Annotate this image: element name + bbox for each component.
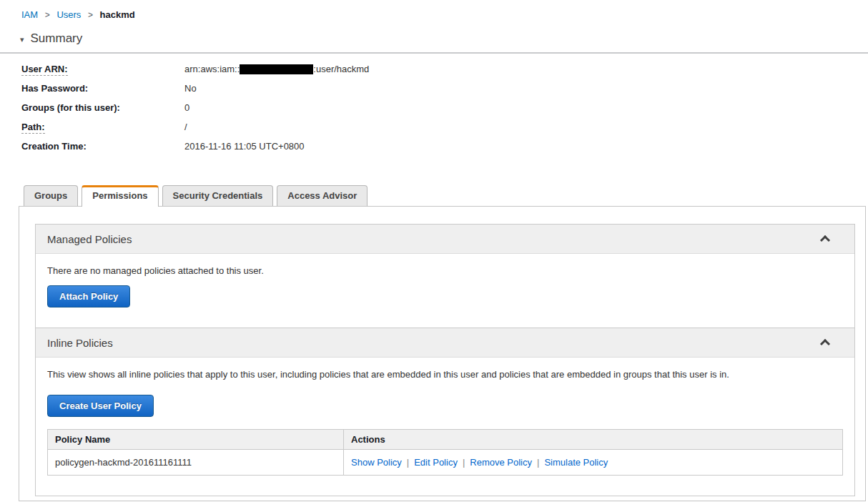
path-label: Path: — [21, 122, 45, 134]
summary-title: Summary — [31, 31, 83, 46]
breadcrumb-link-iam[interactable]: IAM — [21, 9, 38, 20]
tab-permissions[interactable]: Permissions — [82, 185, 158, 207]
policies-accordion: Managed Policies There are no managed po… — [35, 224, 855, 496]
managed-policies-empty-message: There are no managed policies attached t… — [47, 265, 843, 276]
breadcrumb-separator: > — [45, 10, 50, 20]
table-header-row: Policy Name Actions — [48, 430, 843, 450]
inline-policies-description: This view shows all inline policies that… — [47, 369, 843, 380]
summary-fields: User ARN: arn:aws:iam:::user/hackmd Has … — [21, 64, 868, 152]
table-row: policygen-hackmd-201611161111 Show Polic… — [48, 450, 843, 476]
inline-policies-title: Inline Policies — [47, 337, 113, 349]
field-row-path: Path: / — [21, 122, 868, 132]
has-password-label: Has Password: — [21, 83, 184, 94]
inline-policies-table: Policy Name Actions policygen-hackmd-201… — [47, 429, 843, 476]
breadcrumb-link-users[interactable]: Users — [56, 9, 81, 20]
managed-policies-header[interactable]: Managed Policies — [36, 225, 854, 254]
edit-policy-link[interactable]: Edit Policy — [414, 457, 458, 468]
creation-time-value: 2016-11-16 11:05 UTC+0800 — [184, 141, 305, 152]
field-row-groups: Groups (for this user): 0 — [21, 102, 868, 113]
column-header-actions: Actions — [344, 430, 843, 450]
remove-policy-link[interactable]: Remove Policy — [470, 457, 532, 468]
chevron-down-icon: ▾ — [20, 35, 24, 44]
inline-policies-header[interactable]: Inline Policies — [36, 328, 854, 358]
user-arn-prefix: arn:aws:iam:: — [184, 64, 240, 74]
column-header-policy-name: Policy Name — [48, 430, 344, 450]
inline-policies-body: This view shows all inline policies that… — [36, 358, 854, 496]
managed-policies-title: Managed Policies — [47, 233, 132, 245]
breadcrumb-current-user: hackmd — [100, 9, 135, 20]
has-password-value: No — [184, 83, 197, 94]
permissions-tab-panel: Managed Policies There are no managed po… — [19, 206, 866, 501]
policy-actions-cell: Show Policy|Edit Policy|Remove Policy|Si… — [344, 450, 843, 476]
user-arn-value: arn:aws:iam:::user/hackmd — [184, 64, 369, 74]
tab-groups[interactable]: Groups — [24, 185, 78, 206]
field-row-creation-time: Creation Time: 2016-11-16 11:05 UTC+0800 — [21, 141, 868, 152]
tab-access-advisor[interactable]: Access Advisor — [277, 185, 368, 206]
summary-toggle[interactable]: ▾ Summary — [20, 31, 82, 46]
summary-section-header: ▾ Summary — [0, 31, 868, 54]
user-arn-suffix: :user/hackmd — [313, 64, 369, 74]
chevron-up-icon[interactable] — [820, 235, 830, 245]
redacted-account-id — [240, 64, 313, 74]
tab-security-credentials[interactable]: Security Credentials — [162, 185, 274, 206]
path-value: / — [184, 122, 187, 132]
groups-label: Groups (for this user): — [21, 102, 184, 113]
tab-bar: Groups Permissions Security Credentials … — [24, 185, 868, 206]
action-separator: | — [407, 457, 409, 468]
breadcrumb: IAM > Users > hackmd — [0, 0, 868, 20]
creation-time-label: Creation Time: — [21, 141, 184, 152]
attach-policy-button[interactable]: Attach Policy — [47, 285, 130, 307]
user-arn-label: User ARN: — [21, 64, 68, 76]
show-policy-link[interactable]: Show Policy — [351, 457, 402, 468]
groups-value: 0 — [184, 102, 189, 113]
create-user-policy-button[interactable]: Create User Policy — [47, 395, 154, 417]
policy-name-cell: policygen-hackmd-201611161111 — [48, 450, 344, 476]
action-separator: | — [537, 457, 539, 468]
managed-policies-body: There are no managed policies attached t… — [36, 254, 854, 328]
chevron-up-icon[interactable] — [820, 339, 830, 349]
simulate-policy-link[interactable]: Simulate Policy — [544, 457, 608, 468]
breadcrumb-separator: > — [88, 10, 93, 20]
field-row-user-arn: User ARN: arn:aws:iam:::user/hackmd — [21, 64, 868, 74]
field-row-has-password: Has Password: No — [21, 83, 868, 94]
action-separator: | — [463, 457, 465, 468]
